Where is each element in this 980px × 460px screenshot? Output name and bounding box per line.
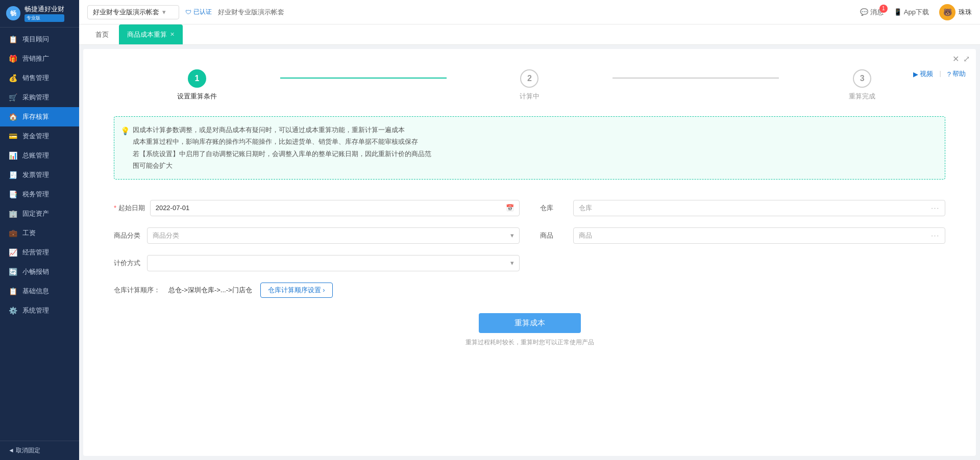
form-row-1: 起始日期 2022-07-01 📅 仓库 仓库 ··· — [114, 200, 945, 216]
sidebar-item-label: 营销推广 — [22, 54, 49, 63]
sidebar-footer-label: ◄ 取消固定 — [8, 446, 40, 455]
warehouse-input[interactable]: 仓库 ··· — [573, 200, 946, 216]
tab-home[interactable]: 首页 — [87, 24, 117, 44]
sidebar-item-label: 工资 — [22, 228, 36, 238]
inventory-icon: 🏠 — [8, 112, 17, 121]
form-row-3: 计价方式 ▾ — [114, 255, 945, 271]
goods-placeholder: 商品 — [579, 231, 592, 240]
category-select[interactable]: 商品分类 ▾ — [147, 227, 520, 244]
sidebar-item-label: 库存核算 — [22, 112, 49, 121]
calc-order-row: 仓库计算顺序： 总仓->深圳仓库->...->门店仓 仓库计算顺序设置 › — [114, 283, 945, 298]
start-date-input[interactable]: 2022-07-01 📅 — [150, 200, 520, 216]
sidebar-item-label: 系统管理 — [22, 306, 49, 315]
sidebar-item-expense[interactable]: 🔄 小畅报销 — [0, 262, 79, 282]
sidebar-item-label: 发票管理 — [22, 170, 49, 180]
sidebar-item-label: 资金管理 — [22, 132, 49, 141]
help-label: 帮助 — [952, 69, 966, 79]
sidebar-item-sales[interactable]: 💰 销售管理 — [0, 68, 79, 88]
notification-badge: 1 — [879, 5, 888, 13]
invoice-icon: 🧾 — [8, 170, 17, 180]
sidebar-item-fixed-assets[interactable]: 🏢 固定资产 — [0, 204, 79, 223]
sidebar-item-operation[interactable]: 📈 经营管理 — [0, 243, 79, 262]
sidebar-item-inventory[interactable]: 🏠 库存核算 — [0, 107, 79, 126]
form-area: 起始日期 2022-07-01 📅 仓库 仓库 ··· 商 — [83, 195, 976, 352]
recalc-btn[interactable]: 重算成本 — [479, 313, 581, 333]
steps-container: ▶ 视频 | ? 帮助 1 设置重算条件 2 计算 — [83, 49, 976, 116]
logo-title: 畅捷通好业财 — [24, 5, 64, 13]
sidebar-item-basic[interactable]: 📋 基础信息 — [0, 282, 79, 301]
tab-close-icon[interactable]: ✕ — [170, 31, 175, 38]
category-chevron-icon: ▾ — [510, 232, 514, 239]
message-btn[interactable]: 💬 消息 1 — [860, 8, 884, 17]
sidebar-item-project[interactable]: 📋 项目顾问 — [0, 30, 79, 49]
goods-more-icon[interactable]: ··· — [931, 232, 940, 239]
expense-icon: 🔄 — [8, 267, 17, 276]
username[interactable]: 珠珠 — [959, 8, 972, 17]
warehouse-label: 仓库 — [540, 203, 568, 213]
step-3: 3 重算完成 — [779, 69, 945, 101]
step-2: 2 计算中 — [447, 69, 613, 101]
step-line-1 — [280, 78, 447, 79]
info-line-4: 围可能会扩大 — [133, 160, 937, 171]
warehouse-more-icon[interactable]: ··· — [931, 204, 940, 212]
basic-icon: 📋 — [8, 287, 17, 296]
sidebar-item-purchase[interactable]: 🛒 采购管理 — [0, 88, 79, 107]
accounting-icon: 📊 — [8, 151, 17, 160]
company-select-arrow: ▾ — [162, 8, 166, 16]
sidebar-item-label: 项目顾问 — [22, 35, 49, 44]
pricing-select[interactable]: ▾ — [147, 255, 520, 271]
verified-badge: 🛡 已认证 — [185, 8, 212, 16]
calc-order-value: 总仓->深圳仓库->...->门店仓 — [168, 286, 252, 295]
verified-label: 已认证 — [193, 8, 212, 16]
sidebar-item-label: 采购管理 — [22, 93, 49, 102]
goods-label: 商品 — [540, 231, 568, 240]
category-label: 商品分类 — [114, 231, 142, 240]
sidebar-item-tax[interactable]: 📑 税务管理 — [0, 185, 79, 204]
sidebar-logo: 畅 畅捷通好业财 专业版 — [0, 0, 79, 28]
goods-field: 商品 商品 ··· — [540, 227, 946, 244]
pricing-field: 计价方式 ▾ — [114, 255, 520, 271]
step-2-label: 计算中 — [520, 92, 540, 101]
sidebar-pin-toggle[interactable]: ◄ 取消固定 — [0, 441, 79, 460]
step-1-label: 设置重算条件 — [177, 92, 217, 101]
company-select[interactable]: 好业财专业版演示帐套 ▾ — [87, 5, 179, 19]
recalc-hint: 重算过程耗时较长，重算时您可以正常使用产品 — [465, 338, 594, 347]
system-icon: ⚙️ — [8, 306, 17, 315]
logo-icon: 畅 — [6, 6, 20, 20]
goods-input[interactable]: 商品 ··· — [573, 227, 946, 244]
pricing-label: 计价方式 — [114, 259, 142, 268]
phone-icon: 📱 — [894, 8, 902, 16]
start-date-value: 2022-07-01 — [156, 204, 190, 212]
category-field: 商品分类 商品分类 ▾ — [114, 227, 520, 244]
calc-order-settings-btn[interactable]: 仓库计算顺序设置 › — [260, 283, 333, 298]
tax-icon: 📑 — [8, 190, 17, 199]
sidebar-item-system[interactable]: ⚙️ 系统管理 — [0, 301, 79, 320]
salary-icon: 💼 — [8, 228, 17, 238]
step-3-circle: 3 — [853, 69, 871, 88]
step-2-circle: 2 — [520, 69, 538, 88]
help-link[interactable]: ? 帮助 — [947, 69, 966, 79]
app-download-btn[interactable]: 📱 App下载 — [894, 8, 929, 17]
tab-cost-recalc[interactable]: 商品成本重算 ✕ — [119, 24, 183, 44]
sidebar-item-accounting[interactable]: 📊 总账管理 — [0, 146, 79, 165]
info-box: 💡 因成本计算参数调整，或是对商品成本有疑问时，可以通过成本重算功能，重新计算一… — [114, 116, 945, 180]
sidebar-item-marketing[interactable]: 🎁 营销推广 — [0, 49, 79, 68]
sidebar-item-label: 销售管理 — [22, 73, 49, 83]
calendar-icon[interactable]: 📅 — [506, 204, 514, 212]
info-line-1: 因成本计算参数调整，或是对商品成本有疑问时，可以通过成本重算功能，重新计算一遍成… — [133, 124, 937, 136]
tab-home-label: 首页 — [95, 30, 109, 39]
warehouse-field: 仓库 仓库 ··· — [540, 200, 946, 216]
sidebar-item-salary[interactable]: 💼 工资 — [0, 223, 79, 243]
sidebar-item-finance[interactable]: 💳 资金管理 — [0, 126, 79, 146]
project-icon: 📋 — [8, 35, 17, 44]
question-icon: ? — [947, 70, 951, 78]
operation-icon: 📈 — [8, 248, 17, 257]
category-placeholder: 商品分类 — [153, 231, 179, 240]
tabbar: 首页 商品成本重算 ✕ — [79, 24, 980, 45]
step-1-circle: 1 — [188, 69, 206, 88]
app-label: App下载 — [904, 8, 929, 17]
sidebar-item-invoice[interactable]: 🧾 发票管理 — [0, 165, 79, 185]
start-date-label: 起始日期 — [114, 203, 145, 213]
info-line-2: 成本重算过程中，影响库存账的操作均不能操作，比如进货单、销货单、库存单据不能审核… — [133, 136, 937, 147]
marketing-icon: 🎁 — [8, 54, 17, 63]
